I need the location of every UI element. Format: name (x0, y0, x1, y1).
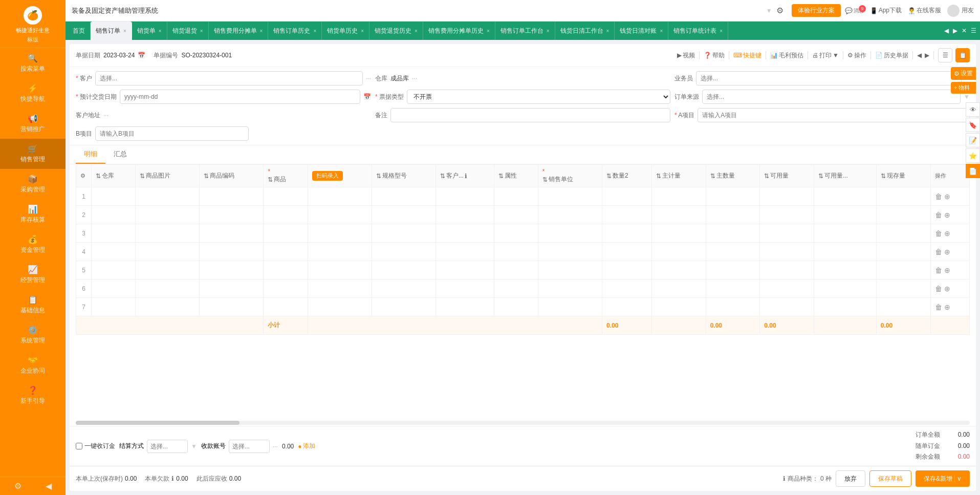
sort-customer-code[interactable]: ⇅ 客户... ℹ (440, 171, 490, 180)
tab-sales-return[interactable]: 销货退货 × (167, 21, 209, 40)
row-3-delete-btn[interactable]: 🗑 (935, 229, 942, 238)
th-settings[interactable]: ⚙ (76, 165, 92, 187)
sort-qty2[interactable]: ⇅ 数量2 (606, 171, 647, 180)
tab-sales-invoice-close[interactable]: × (159, 28, 162, 34)
row-1-product[interactable] (264, 187, 308, 206)
rfb-bookmark-btn[interactable]: 🔖 (966, 118, 980, 132)
shortcut-btn[interactable]: ⌨ 快捷键 (733, 51, 761, 60)
sort-available2[interactable]: ⇅ 可用量... (818, 171, 872, 180)
row-1-image[interactable] (136, 187, 200, 206)
remark-input[interactable] (390, 108, 670, 122)
row-2-available[interactable] (760, 206, 814, 224)
tab-sales-order-hist-close[interactable]: × (313, 28, 316, 34)
tab-return-hist-close[interactable]: × (415, 28, 418, 34)
sort-image[interactable]: ⇅ 商品图片 (140, 171, 195, 180)
tab-prev-btn[interactable]: ◀ (943, 27, 950, 34)
save-new-dropdown-btn[interactable]: ∨ (954, 475, 962, 482)
a-project-input[interactable] (698, 108, 970, 122)
nav-next-doc-btn[interactable]: ▶ (925, 52, 929, 59)
print-btn[interactable]: 🖨 打印 ▼ (812, 51, 839, 60)
sidebar-item-operation[interactable]: 📈 经营管理 (0, 260, 66, 290)
tab-cash-workbench[interactable]: 钱货日清工作台 × (555, 21, 615, 40)
sort-main-unit[interactable]: ⇅ 主计量 (656, 171, 702, 180)
solution-button[interactable]: 体验行业方案 (792, 4, 841, 17)
row-1-spec[interactable] (372, 187, 435, 206)
sort-warehouse[interactable]: ⇅ 仓库 (96, 171, 131, 180)
tab-return-hist[interactable]: 销货退货历史 × (369, 21, 423, 40)
customer-input[interactable] (95, 71, 363, 85)
nav-prev-doc-btn[interactable]: ◀ (917, 52, 922, 59)
row-2-sales-unit[interactable] (538, 206, 602, 224)
delivery-date-calendar-icon[interactable]: 📅 (363, 93, 371, 100)
row-6-copy-btn[interactable]: ⊕ (944, 285, 950, 293)
warehouse-expand-btn[interactable]: ··· (412, 75, 417, 82)
salesperson-input[interactable] (696, 71, 962, 85)
tab-sales-order-close[interactable]: × (123, 28, 126, 34)
row-1-qty2[interactable] (602, 187, 652, 206)
row-1-sales-unit[interactable] (538, 187, 602, 206)
row-2-main-qty[interactable] (706, 206, 760, 224)
row-1-available[interactable] (760, 187, 814, 206)
product-table-wrapper[interactable]: ⚙ ⇅ 仓库 ⇅ 商品图 (70, 164, 976, 420)
tab-sales-invoice[interactable]: 销货单 × (132, 21, 167, 40)
history-btn[interactable]: 📄 历史单据 (875, 51, 908, 60)
row-5-delete-btn[interactable]: 🗑 (935, 266, 942, 274)
tab-order-workbench-close[interactable]: × (547, 28, 550, 34)
sort-main-qty[interactable]: ⇅ 主数量 (710, 171, 756, 180)
collection-expand-btn[interactable]: ··· (273, 443, 278, 450)
row-2-warehouse[interactable] (92, 206, 136, 224)
row-3-copy-btn[interactable]: ⊕ (944, 229, 950, 238)
tab-menu-btn[interactable]: ☰ (969, 27, 978, 34)
add-material-btn[interactable]: + 物料 (951, 82, 976, 94)
list-view-btn[interactable]: ☰ (938, 48, 952, 62)
row-2-qty2[interactable] (602, 206, 652, 224)
sidebar-item-nav[interactable]: ⚡ 快捷导航 (0, 78, 66, 109)
row-1-main-qty[interactable] (706, 187, 760, 206)
sidebar-item-system[interactable]: ⚙️ 系统管理 (0, 320, 66, 350)
more-ops-btn[interactable]: ⚙ 操作 (847, 51, 866, 60)
rfb-orange-btn[interactable]: 📄 (966, 164, 980, 178)
row-2-code[interactable] (200, 206, 264, 224)
sidebar-item-stock[interactable]: 📊 库存核算 (0, 199, 66, 229)
tab-cost-hist-close[interactable]: × (487, 28, 490, 34)
row-2-available2[interactable] (814, 206, 876, 224)
row-6-delete-btn[interactable]: 🗑 (935, 285, 942, 293)
sort-attr[interactable]: ⇅ 属性 (498, 171, 534, 180)
row-4-delete-btn[interactable]: 🗑 (935, 248, 942, 256)
row-7-delete-btn[interactable]: 🗑 (935, 303, 942, 311)
row-1-copy-btn[interactable]: ⊕ (944, 192, 950, 201)
sidebar-collapse-btn[interactable]: ◀ (46, 481, 52, 491)
row-1-code[interactable] (200, 187, 264, 206)
help-btn[interactable]: ❓ 帮助 (704, 51, 725, 60)
tab-sales-order[interactable]: 销售订单 × (91, 21, 132, 40)
tab-order-workbench[interactable]: 销售订单工作台 × (495, 21, 555, 40)
tab-sales-stats[interactable]: 销售订单统计表 × (668, 21, 728, 40)
row-1-warehouse[interactable] (92, 187, 136, 206)
settings-float-btn[interactable]: ⚙ 设置 (951, 67, 976, 80)
save-new-button[interactable]: 保存&新增 ∨ (916, 470, 970, 487)
rfb-note-btn[interactable]: 📝 (966, 133, 980, 147)
sort-sales-unit[interactable]: ⇅ 销售单位 (542, 175, 598, 184)
address-expand-btn[interactable]: ··· (103, 112, 108, 119)
customer-expand-btn[interactable]: ··· (366, 75, 371, 82)
tab-summary[interactable]: 汇总 (105, 145, 135, 164)
sidebar-item-purchase[interactable]: 📦 采购管理 (0, 169, 66, 199)
row-1-available2[interactable] (814, 187, 876, 206)
row-2-main-unit[interactable] (652, 206, 706, 224)
row-2-product[interactable] (264, 206, 308, 224)
sort-stock[interactable]: ⇅ 现存量 (881, 171, 926, 180)
row-2-spec[interactable] (372, 206, 435, 224)
row-5-copy-btn[interactable]: ⊕ (944, 266, 950, 274)
tab-next-btn[interactable]: ▶ (951, 27, 959, 34)
sort-available[interactable]: ⇅ 可用量 (764, 171, 810, 180)
tab-cash-workbench-close[interactable]: × (606, 28, 609, 34)
rfb-star-btn[interactable]: ⭐ (966, 148, 980, 163)
print-dropdown-icon[interactable]: ▼ (833, 52, 839, 59)
form-view-btn[interactable]: 📋 (955, 48, 970, 62)
row-1-delete-btn[interactable]: 🗑 (935, 192, 942, 201)
notification-badge[interactable]: 💬 消息 9 (845, 7, 864, 14)
delivery-date-input[interactable] (120, 90, 360, 104)
tab-sales-cost[interactable]: 销售费用分摊单 × (209, 21, 269, 40)
row-2-attr[interactable] (494, 206, 538, 224)
sidebar-item-sales[interactable]: 🛒 销售管理 (0, 139, 66, 169)
